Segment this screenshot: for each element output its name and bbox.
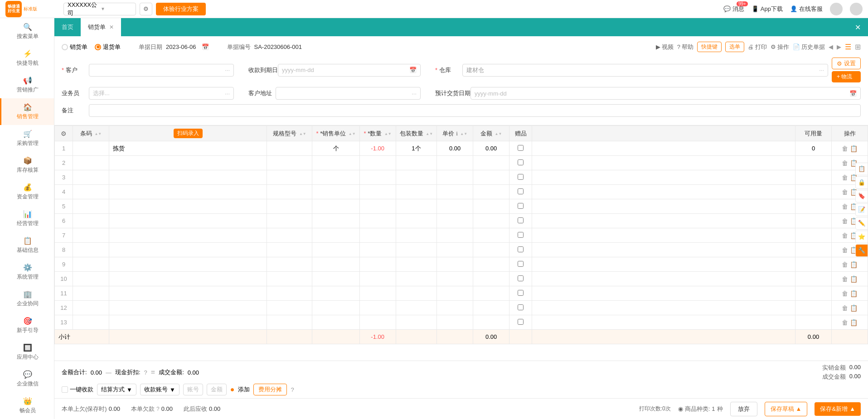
col-settings-header[interactable]: ⚙ xyxy=(55,126,73,141)
next-icon[interactable]: ▶ xyxy=(837,43,841,50)
row-amount-8[interactable] xyxy=(473,243,509,257)
print-link[interactable]: 🖨 打印 xyxy=(748,43,767,51)
row-pkg-4[interactable] xyxy=(396,185,436,199)
sidebar-item-apps[interactable]: 🔲 应用中心 xyxy=(0,339,54,366)
row-goods-10[interactable] xyxy=(109,272,267,286)
sidebar-item-quick-nav[interactable]: ⚡ 快捷导航 xyxy=(0,45,54,72)
row-barcode-13[interactable] xyxy=(73,315,109,330)
row-unit-13[interactable] xyxy=(312,315,359,330)
one-click-pay-checkbox[interactable]: 一键收款 xyxy=(62,385,93,394)
operation-link[interactable]: ⚙ 操作 xyxy=(771,43,789,51)
row-goods-4[interactable] xyxy=(109,185,267,199)
row-goods-5[interactable] xyxy=(109,199,267,214)
row-spec-6[interactable] xyxy=(267,214,312,228)
row-gift-8[interactable] xyxy=(509,243,532,257)
row-amount-7[interactable] xyxy=(473,228,509,243)
cost-split-help-icon[interactable]: ? xyxy=(291,386,294,393)
row-qty-5[interactable] xyxy=(359,199,396,214)
app-download-button[interactable]: 📱 App下载 xyxy=(752,5,783,13)
save-new-button[interactable]: 保存&新增 ▲ xyxy=(815,402,861,416)
payment-method-select[interactable]: 结算方式 ▼ xyxy=(97,384,136,395)
pkg-sort[interactable]: ▲▼ xyxy=(426,132,433,136)
sidebar-item-newbie[interactable]: 🎯 新手引导 xyxy=(0,312,54,339)
amount-sort[interactable]: ▲▼ xyxy=(495,132,502,136)
remark-input[interactable] xyxy=(89,104,861,117)
trial-button[interactable]: 体验行业方案 xyxy=(156,3,206,15)
row-gift-10[interactable] xyxy=(509,272,532,286)
row-gift-5[interactable] xyxy=(509,199,532,214)
one-click-pay-check[interactable] xyxy=(62,386,68,393)
row-copy-13[interactable]: 📋 xyxy=(850,319,858,326)
row-unit-2[interactable] xyxy=(312,156,359,170)
row-unit-7[interactable] xyxy=(312,228,359,243)
row-qty-10[interactable] xyxy=(359,272,396,286)
row-spec-7[interactable] xyxy=(267,228,312,243)
row-goods-3[interactable] xyxy=(109,170,267,185)
radio-sales[interactable]: 销货单 xyxy=(62,43,87,51)
discard-button[interactable]: 放弃 xyxy=(730,402,757,416)
float-btn-7[interactable]: 🔧 xyxy=(855,244,868,257)
row-qty-3[interactable] xyxy=(359,170,396,185)
row-copy-9[interactable]: 📋 xyxy=(850,261,858,268)
row-spec-1[interactable] xyxy=(267,141,312,156)
row-pkg-5[interactable] xyxy=(396,199,436,214)
account-input[interactable]: 账号 xyxy=(183,384,203,395)
row-pkg-3[interactable] xyxy=(396,170,436,185)
date-calendar-icon[interactable]: 📅 xyxy=(202,43,209,50)
row-gift-4[interactable] xyxy=(509,185,532,199)
amount-input[interactable]: 金额 xyxy=(207,384,227,395)
row-copy-12[interactable]: 📋 xyxy=(850,304,858,312)
row-amount-11[interactable] xyxy=(473,286,509,301)
row-gift-13[interactable] xyxy=(509,315,532,330)
row-amount-6[interactable] xyxy=(473,214,509,228)
row-price-6[interactable] xyxy=(437,214,473,228)
row-goods-2[interactable] xyxy=(109,156,267,170)
row-spec-12[interactable] xyxy=(267,301,312,315)
row-gift-3[interactable] xyxy=(509,170,532,185)
row-spec-5[interactable] xyxy=(267,199,312,214)
row-barcode-9[interactable] xyxy=(73,257,109,272)
row-delete-5[interactable]: 🗑 xyxy=(842,203,848,210)
row-gift-1[interactable] xyxy=(509,141,532,156)
row-barcode-11[interactable] xyxy=(73,286,109,301)
sidebar-item-finance[interactable]: 💰 资金管理 xyxy=(0,178,54,205)
row-gift-11[interactable] xyxy=(509,286,532,301)
row-price-4[interactable] xyxy=(437,185,473,199)
row-spec-13[interactable] xyxy=(267,315,312,330)
row-goods-7[interactable] xyxy=(109,228,267,243)
row-spec-9[interactable] xyxy=(267,257,312,272)
row-spec-10[interactable] xyxy=(267,272,312,286)
row-delete-1[interactable]: 🗑 xyxy=(842,145,848,152)
history-link[interactable]: 📄 历史单据 xyxy=(793,43,825,51)
row-barcode-4[interactable] xyxy=(73,185,109,199)
settings-icon[interactable]: ⚙ xyxy=(140,3,152,15)
row-amount-10[interactable] xyxy=(473,272,509,286)
expected-date-input[interactable]: yyyy-mm-dd 📅 xyxy=(470,87,861,100)
row-qty-8[interactable] xyxy=(359,243,396,257)
row-price-2[interactable] xyxy=(437,156,473,170)
unit-sort[interactable]: ▲▼ xyxy=(349,132,356,136)
sidebar-item-sales[interactable]: 🏠 销售管理 xyxy=(0,98,54,125)
row-price-8[interactable] xyxy=(437,243,473,257)
discount-help-icon[interactable]: ? xyxy=(144,369,147,376)
float-btn-4[interactable]: 📝 xyxy=(855,203,868,216)
tab-bar-close-btn[interactable]: ✕ xyxy=(848,23,868,32)
row-delete-11[interactable]: 🗑 xyxy=(842,290,848,297)
row-goods-6[interactable] xyxy=(109,214,267,228)
logistics-button[interactable]: + 物流 xyxy=(832,71,861,82)
sidebar-item-operations[interactable]: 📊 经营管理 xyxy=(0,205,54,232)
row-qty-6[interactable] xyxy=(359,214,396,228)
row-price-10[interactable] xyxy=(437,272,473,286)
sidebar-item-inventory[interactable]: 📦 库存核算 xyxy=(0,152,54,178)
row-goods-8[interactable] xyxy=(109,243,267,257)
row-amount-12[interactable] xyxy=(473,301,509,315)
price-info-icon[interactable]: ℹ xyxy=(456,131,458,136)
row-price-7[interactable] xyxy=(437,228,473,243)
row-price-1[interactable]: 0.00 xyxy=(437,141,473,156)
float-btn-5[interactable]: ✏️ xyxy=(855,217,868,230)
select-link[interactable]: 选单 xyxy=(725,42,744,52)
row-gift-9[interactable] xyxy=(509,257,532,272)
row-delete-12[interactable]: 🗑 xyxy=(842,304,848,312)
help-link[interactable]: ? 帮助 xyxy=(677,43,693,51)
row-delete-8[interactable]: 🗑 xyxy=(842,246,848,254)
